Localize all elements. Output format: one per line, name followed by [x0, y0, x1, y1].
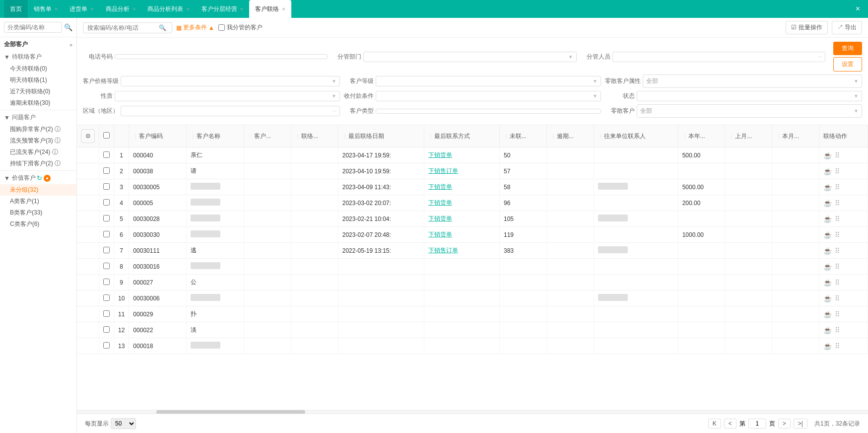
all-customers-header[interactable]: 全部客户 « [0, 37, 76, 51]
th-customer-code[interactable]: ⋮客户编码 [129, 125, 187, 147]
window-close-button[interactable]: × [852, 4, 864, 13]
row-checkbox[interactable] [103, 326, 110, 333]
row-checkbox[interactable] [103, 247, 110, 253]
nature-input[interactable]: ▼ [115, 91, 340, 101]
close-customer-stratify-icon[interactable]: × [240, 6, 243, 12]
refresh-icon[interactable]: ↻ [37, 174, 42, 182]
last-type-cell[interactable]: 下销货单 [424, 147, 499, 163]
th-settings[interactable]: ⚙ [77, 125, 99, 147]
chat-icon[interactable]: ☕ [823, 342, 832, 350]
row-checkbox[interactable] [103, 199, 110, 206]
sidebar-item-class-b[interactable]: B类客户(33) [0, 207, 76, 218]
grid-icon[interactable]: ⠿ [835, 279, 840, 287]
row-checkbox-cell[interactable] [99, 243, 114, 259]
contact-type-link[interactable]: 下销货单 [428, 231, 452, 238]
grid-icon[interactable]: ⠿ [835, 231, 840, 239]
row-checkbox[interactable] [103, 279, 110, 285]
chat-icon[interactable]: ☕ [823, 247, 832, 255]
row-checkbox[interactable] [103, 183, 110, 190]
row-checkbox-cell[interactable] [99, 290, 114, 306]
grid-icon[interactable]: ⠿ [835, 294, 840, 302]
chat-icon[interactable]: ☕ [823, 199, 832, 207]
th-checkbox[interactable] [99, 125, 114, 147]
th-intercompany[interactable]: ⋮往来单位联系人 [594, 125, 678, 147]
sidebar-item-declining[interactable]: 持续下滑客户(2) ⓘ [0, 158, 76, 169]
my-customers-checkbox[interactable] [218, 24, 225, 31]
tab-home[interactable]: 首页 [4, 0, 28, 18]
row-checkbox[interactable] [103, 215, 110, 221]
row-checkbox-cell[interactable] [99, 275, 114, 290]
row-checkbox[interactable] [103, 310, 110, 317]
row-checkbox-cell[interactable] [99, 338, 114, 354]
contact-type-link[interactable]: 下销售订单 [428, 167, 458, 174]
my-customers-checkbox-label[interactable]: 我分管的客户 [218, 23, 263, 32]
dept-input[interactable]: ▼ [363, 52, 576, 62]
th-contact[interactable]: ⋮联络... [291, 125, 338, 147]
last-type-cell[interactable] [424, 306, 499, 322]
tab-product-list[interactable]: 商品分析列表 × [141, 0, 195, 18]
sidebar-group-value[interactable]: ▼ 价值客户 ↻ ● [0, 172, 76, 184]
th-customer-name[interactable]: ⋮客户名称 [187, 125, 244, 147]
chat-icon[interactable]: ☕ [823, 310, 832, 318]
select-all-checkbox[interactable] [103, 132, 110, 139]
sidebar-group-problem[interactable]: ▼ 问题客户 [0, 111, 76, 124]
grid-icon[interactable]: ⠿ [835, 183, 840, 191]
row-checkbox-cell[interactable] [99, 211, 114, 227]
row-checkbox-cell[interactable] [99, 306, 114, 322]
row-checkbox-cell[interactable] [99, 179, 114, 195]
prev-page-button[interactable]: < [724, 419, 736, 429]
customer-level-input[interactable]: ▼ [376, 76, 601, 86]
chat-icon[interactable]: ☕ [823, 183, 832, 191]
last-type-cell[interactable]: 下销售订单 [424, 163, 499, 179]
close-purchase-icon[interactable]: × [90, 6, 93, 12]
region-input[interactable]: ··· [121, 106, 340, 116]
sidebar-item-overdue[interactable]: 逾期未联络(30) [0, 97, 76, 109]
status-input[interactable]: ▼ [637, 91, 862, 101]
grid-icon[interactable]: ⠿ [835, 342, 840, 350]
th-overdue[interactable]: ⋮逾期... [546, 125, 594, 147]
horizontal-scrollbar[interactable] [77, 410, 868, 414]
retail-attr-input[interactable]: 全部 ▼ [643, 74, 862, 88]
tab-customer-contact[interactable]: 客户联络 × [249, 0, 291, 18]
row-checkbox-cell[interactable] [99, 259, 114, 275]
sidebar-item-class-a[interactable]: A类客户(1) [0, 196, 76, 207]
grid-icon[interactable]: ⠿ [835, 263, 840, 271]
last-type-cell[interactable]: 下销货单 [424, 227, 499, 243]
tab-customer-stratify[interactable]: 客户分层经营 × [196, 0, 249, 18]
payment-input[interactable]: ▼ [376, 91, 601, 101]
th-last-type[interactable]: ⋮最后联系方式 [424, 125, 499, 147]
export-button[interactable]: ↗ 导出 [832, 21, 862, 34]
batch-op-button[interactable]: ☑ 批量操作 [786, 21, 827, 34]
row-checkbox-cell[interactable] [99, 147, 114, 163]
chat-icon[interactable]: ☕ [823, 326, 832, 334]
price-level-input[interactable]: ▼ [121, 76, 340, 86]
page-number-input[interactable] [748, 419, 766, 429]
contact-type-link[interactable]: 下销货单 [428, 199, 452, 206]
last-type-cell[interactable]: 下销货单 [424, 195, 499, 211]
search-input[interactable] [87, 24, 157, 31]
th-this-month[interactable]: ⋮本月... [772, 125, 819, 147]
chat-icon[interactable]: ☕ [823, 167, 832, 175]
phone-input[interactable] [115, 54, 328, 59]
th-not-contacted[interactable]: ⋮未联... [499, 125, 546, 147]
close-sales-icon[interactable]: × [55, 6, 58, 12]
close-customer-contact-icon[interactable]: × [282, 6, 285, 12]
grid-icon[interactable]: ⠿ [835, 247, 840, 255]
close-product-analysis-icon[interactable]: × [133, 6, 135, 12]
grid-icon[interactable]: ⠿ [835, 310, 840, 318]
next-page-button[interactable]: > [778, 419, 791, 429]
row-checkbox[interactable] [103, 167, 110, 174]
per-page-select[interactable]: 50 20 100 [111, 418, 136, 429]
last-type-cell[interactable] [424, 259, 499, 275]
row-checkbox[interactable] [103, 231, 110, 237]
contact-type-link[interactable]: 下销货单 [428, 151, 452, 158]
sidebar-group-pending[interactable]: ▼ 待联络客户 [0, 51, 76, 63]
last-type-cell[interactable]: 下销售订单 [424, 243, 499, 259]
row-checkbox-cell[interactable] [99, 322, 114, 338]
retail-customer-input[interactable]: 全部 ▼ [637, 104, 862, 118]
tab-sales[interactable]: 销售单 × [28, 0, 64, 18]
contact-type-link[interactable]: 下销售订单 [428, 247, 458, 254]
chat-icon[interactable]: ☕ [823, 279, 832, 287]
grid-icon[interactable]: ⠿ [835, 215, 840, 223]
contact-type-link[interactable]: 下销货单 [428, 215, 452, 222]
